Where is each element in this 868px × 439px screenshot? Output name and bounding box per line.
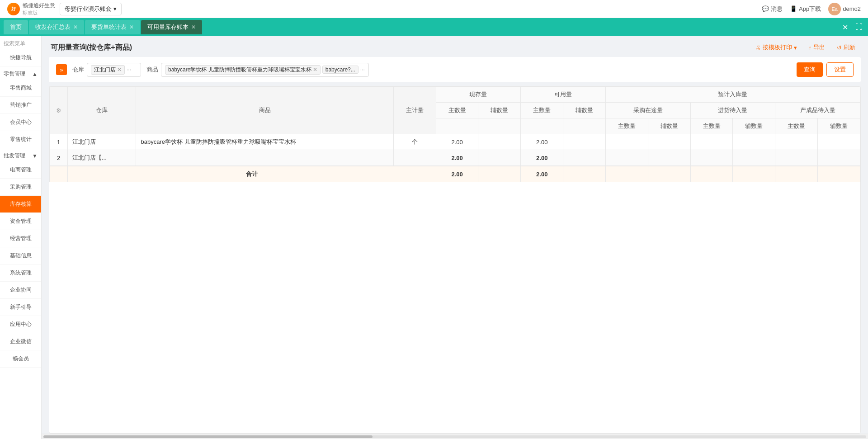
sidebar-item-quick-nav[interactable]: 快捷导航: [0, 49, 41, 66]
footer-current-aux: [478, 166, 521, 182]
row2-avail-aux: [563, 150, 606, 166]
sidebar-item-membership2[interactable]: 畅会员: [0, 350, 41, 368]
product-tag-1: babycare学饮杯 儿童防摔防撞吸管杯重力球吸嘴杯宝宝水杯 ✕: [165, 65, 321, 75]
sidebar-item-guide[interactable]: 新手引导: [0, 299, 41, 316]
page-header: 可用量查询(按仓库+商品) 🖨 按模板打印 ▾ ↑ 导出 ↺ 刷新: [42, 36, 868, 57]
top-bar-left: 好 畅捷通好生意 标准版 母婴行业演示账套 ▾: [7, 2, 122, 16]
sidebar-item-membership[interactable]: 会员中心: [0, 114, 41, 131]
sidebar-item-retail-mall[interactable]: 零售商城: [0, 80, 41, 97]
footer-label: 合计: [68, 166, 436, 182]
top-bar: 好 畅捷通好生意 标准版 母婴行业演示账套 ▾ 💬 消息 📱 App下载 Ea …: [0, 0, 868, 18]
filter-expand-btn[interactable]: »: [56, 64, 67, 75]
close-all-tabs-icon[interactable]: ✕: [840, 21, 850, 33]
th-a-main: [521, 118, 563, 134]
sidebar-item-enterprise[interactable]: 企业协同: [0, 282, 41, 299]
refresh-btn[interactable]: ↺ 刷新: [833, 42, 859, 53]
sidebar-item-retail-mgmt[interactable]: 零售管理 ▲: [0, 66, 41, 80]
print-dropdown-icon: ▾: [794, 44, 797, 51]
sidebar-item-operations[interactable]: 经营管理: [0, 230, 41, 247]
th-ip-aux: 辅数量: [733, 118, 775, 134]
tab-home[interactable]: 首页: [4, 20, 28, 34]
page-title: 可用量查询(按仓库+商品): [51, 43, 132, 52]
tab-available-stock-close[interactable]: ✕: [191, 24, 196, 30]
table-row: 1 江北门店 babycare学饮杯 儿童防摔防撞吸管杯重力球吸嘴杯宝宝水杯 个…: [50, 134, 860, 150]
tab-available-stock[interactable]: 可用量库存账本 ✕: [141, 20, 202, 34]
export-icon: ↑: [809, 44, 812, 51]
query-btn[interactable]: 查询: [797, 62, 823, 77]
tenant-selector[interactable]: 母婴行业演示账套 ▾: [60, 3, 122, 15]
sidebar-item-retail-stats[interactable]: 零售统计: [0, 131, 41, 148]
product-more-icon[interactable]: ···: [360, 66, 365, 73]
warehouse-more-icon[interactable]: ···: [127, 66, 131, 73]
print-btn[interactable]: 🖨 按模板打印 ▾: [751, 42, 801, 53]
export-btn[interactable]: ↑ 导出: [805, 42, 829, 53]
row1-ip-aux: [733, 134, 775, 150]
warehouse-value-box[interactable]: 江北门店 ✕ ···: [87, 63, 141, 77]
th-settings: ⚙: [50, 87, 68, 134]
filter-actions: 查询 设置: [797, 62, 854, 77]
th-unit: 主计量: [393, 87, 436, 134]
search-menu-btn[interactable]: 搜索菜单: [0, 36, 41, 49]
user-area[interactable]: Ea demo2: [828, 3, 861, 15]
expand-icon: »: [60, 66, 63, 73]
th-avail-main: 主数量: [521, 103, 563, 118]
row1-unit: 个: [393, 134, 436, 150]
row2-index: 2: [50, 150, 68, 166]
th-planned-inbound: 预计入库量: [605, 87, 860, 103]
row2-avail-main: 2.00: [521, 150, 563, 166]
sidebar-item-purchase[interactable]: 采购管理: [0, 179, 41, 196]
logo-sub: 标准版: [23, 9, 55, 16]
sidebar-item-finance[interactable]: 资金管理: [0, 213, 41, 230]
tab-order-stats[interactable]: 要货单统计表 ✕: [85, 20, 140, 34]
horizontal-scrollbar[interactable]: [42, 434, 868, 439]
table-row: 2 江北门店【... 2.00 2.00: [50, 150, 860, 166]
row2-pt-main: [605, 150, 648, 166]
sidebar-item-marketing[interactable]: 营销推广: [0, 97, 41, 114]
top-bar-right: 💬 消息 📱 App下载 Ea demo2: [762, 3, 861, 15]
th-avail-aux: 辅数量: [563, 103, 606, 118]
main-layout: 搜索菜单 快捷导航 零售管理 ▲ 零售商城 营销推广 会员中心 零售统计 批发管…: [0, 36, 868, 439]
scroll-thumb[interactable]: [43, 435, 373, 438]
th-a-aux: [563, 118, 606, 134]
row2-fp-main: [775, 150, 818, 166]
warehouse-tag-remove[interactable]: ✕: [117, 66, 122, 73]
tenant-name: 母婴行业演示账套: [65, 5, 112, 13]
nav-tabs-bar: 首页 收发存汇总表 ✕ 要货单统计表 ✕ 可用量库存账本 ✕ ✕ ⛶: [0, 18, 868, 36]
th-c-main: [436, 118, 478, 134]
sidebar-wholesale-arrow: ▼: [32, 153, 38, 159]
maximize-icon[interactable]: ⛶: [854, 21, 864, 33]
setting-btn[interactable]: 设置: [826, 62, 854, 77]
sidebar-item-system[interactable]: 系统管理: [0, 264, 41, 282]
column-settings-icon[interactable]: ⚙: [56, 107, 61, 114]
sidebar: 搜索菜单 快捷导航 零售管理 ▲ 零售商城 营销推广 会员中心 零售统计 批发管…: [0, 36, 42, 439]
message-btn[interactable]: 💬 消息: [762, 5, 783, 13]
sidebar-item-inventory[interactable]: 库存核算: [0, 196, 41, 213]
sidebar-item-ecommerce[interactable]: 电商管理: [0, 161, 41, 179]
tab-order-stats-close[interactable]: ✕: [129, 24, 134, 30]
tab-income-summary[interactable]: 收发存汇总表 ✕: [29, 20, 84, 34]
product-value-box[interactable]: babycare学饮杯 儿童防摔防撞吸管杯重力球吸嘴杯宝宝水杯 ✕ babyca…: [161, 63, 369, 77]
avatar: Ea: [828, 3, 841, 15]
product-tag-1-remove[interactable]: ✕: [313, 66, 317, 73]
row1-fp-aux: [818, 134, 860, 150]
sidebar-wholesale-label: 批发管理: [4, 152, 25, 160]
row1-current-main: 2.00: [436, 134, 478, 150]
print-icon: 🖨: [755, 44, 761, 51]
th-warehouse: 仓库: [68, 87, 136, 134]
row2-unit: [393, 150, 436, 166]
sidebar-item-basic-info[interactable]: 基础信息: [0, 247, 41, 264]
logo-text: 畅捷通好生意: [23, 2, 55, 9]
th-fp-aux: 辅数量: [818, 118, 860, 134]
row2-pt-aux: [648, 150, 690, 166]
tab-income-summary-close[interactable]: ✕: [73, 24, 78, 30]
product-label: 商品: [146, 66, 158, 74]
th-pt-aux: 辅数量: [648, 118, 690, 134]
th-current-main: 主数量: [436, 103, 478, 118]
footer-avail-total: 2.00: [521, 166, 563, 182]
logo-icon: 好: [7, 3, 20, 15]
sidebar-item-wholesale-mgmt[interactable]: 批发管理 ▼: [0, 148, 41, 161]
sidebar-item-wechat[interactable]: 企业微信: [0, 333, 41, 350]
footer-avail-aux: [563, 166, 606, 182]
sidebar-item-app-center[interactable]: 应用中心: [0, 316, 41, 333]
app-download-btn[interactable]: 📱 App下载: [790, 5, 821, 13]
